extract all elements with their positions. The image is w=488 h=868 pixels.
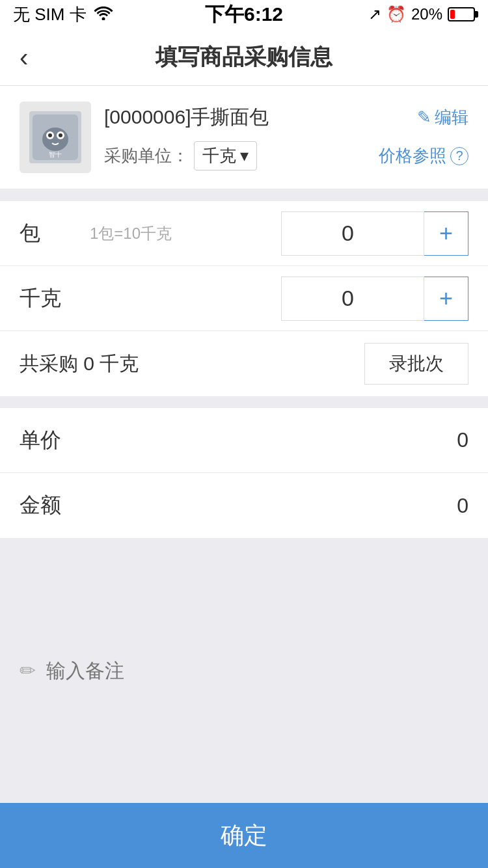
back-button[interactable]: ‹ bbox=[20, 44, 28, 70]
kg-label: 千克 bbox=[20, 284, 85, 313]
summary-row: 共采购 0 千克 录批次 bbox=[0, 331, 488, 396]
time-display: 下午6:12 bbox=[205, 1, 283, 28]
unit-value: 千克 bbox=[202, 144, 236, 167]
unit-prefix-label: 采购单位： bbox=[104, 144, 189, 167]
bao-stepper: + bbox=[281, 211, 468, 256]
product-card: 智十 [0000006]手撕面包 ✎ 编辑 采购单位： 千克 ▾ 价格参照 ? bbox=[0, 86, 488, 189]
bao-input-row: 包 1包=10千克 + bbox=[0, 201, 488, 266]
product-image: 智十 bbox=[20, 102, 91, 173]
divider-1 bbox=[0, 189, 488, 201]
unit-price-label: 单价 bbox=[20, 426, 61, 455]
alarm-icon: ⏰ bbox=[386, 5, 406, 23]
price-reference-button[interactable]: 价格参照 ? bbox=[379, 144, 468, 167]
unit-price-row: 单价 0 bbox=[0, 408, 488, 473]
status-right: ↗ ⏰ 20% bbox=[368, 5, 475, 23]
price-section: 单价 0 金额 0 bbox=[0, 408, 488, 538]
help-circle-icon: ? bbox=[450, 147, 468, 165]
product-info: [0000006]手撕面包 ✎ 编辑 采购单位： 千克 ▾ 价格参照 ? bbox=[104, 104, 468, 170]
confirm-button[interactable]: 确定 bbox=[0, 803, 488, 868]
svg-point-6 bbox=[59, 133, 62, 137]
product-logo: 智十 bbox=[29, 111, 81, 163]
edit-button[interactable]: ✎ 编辑 bbox=[417, 106, 468, 129]
divider-2 bbox=[0, 396, 488, 408]
product-name: [0000006]手撕面包 bbox=[104, 104, 269, 131]
total-purchase-text: 共采购 0 千克 bbox=[20, 351, 139, 377]
svg-text:智十: 智十 bbox=[49, 151, 62, 158]
remarks-input[interactable] bbox=[46, 660, 468, 682]
kg-quantity-input[interactable] bbox=[281, 277, 424, 321]
pencil-icon: ✏ bbox=[20, 659, 36, 682]
kg-input-row: 千克 + bbox=[0, 266, 488, 331]
bao-plus-button[interactable]: + bbox=[424, 211, 468, 256]
bao-label: 包 bbox=[20, 219, 85, 248]
kg-plus-button[interactable]: + bbox=[424, 277, 468, 321]
bao-quantity-input[interactable] bbox=[281, 211, 424, 256]
product-name-row: [0000006]手撕面包 ✎ 编辑 bbox=[104, 104, 468, 131]
status-left: 无 SIM 卡 bbox=[13, 3, 114, 26]
remarks-section: ✏ bbox=[0, 538, 488, 803]
edit-label: 编辑 bbox=[435, 106, 468, 129]
unit-price-value: 0 bbox=[457, 428, 468, 452]
svg-point-2 bbox=[42, 128, 68, 151]
amount-value: 0 bbox=[457, 494, 468, 518]
unit-row: 采购单位： 千克 ▾ 价格参照 ? bbox=[104, 141, 468, 170]
page-title: 填写商品采购信息 bbox=[156, 42, 332, 72]
location-icon: ↗ bbox=[368, 5, 381, 23]
amount-label: 金额 bbox=[20, 491, 61, 520]
battery-icon bbox=[448, 7, 475, 21]
record-batch-button[interactable]: 录批次 bbox=[364, 343, 468, 385]
svg-point-5 bbox=[48, 133, 52, 137]
svg-point-0 bbox=[102, 17, 105, 20]
battery-percent: 20% bbox=[411, 5, 442, 23]
quantity-section: 包 1包=10千克 + 千克 + bbox=[0, 201, 488, 331]
nav-bar: ‹ 填写商品采购信息 bbox=[0, 29, 488, 86]
kg-stepper: + bbox=[281, 277, 468, 321]
bao-sublabel: 1包=10千克 bbox=[90, 223, 172, 244]
edit-icon: ✎ bbox=[417, 107, 431, 128]
amount-row: 金额 0 bbox=[0, 473, 488, 538]
price-ref-label: 价格参照 bbox=[379, 144, 446, 167]
unit-select-dropdown[interactable]: 千克 ▾ bbox=[194, 141, 257, 170]
dropdown-icon: ▾ bbox=[240, 146, 249, 166]
wifi-signal-icon bbox=[93, 5, 114, 25]
carrier-text: 无 SIM 卡 bbox=[13, 3, 87, 26]
status-bar: 无 SIM 卡 下午6:12 ↗ ⏰ 20% bbox=[0, 0, 488, 29]
